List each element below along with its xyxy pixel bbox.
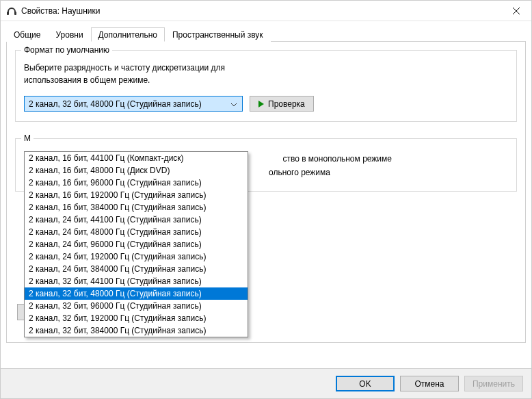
chevron-down-icon xyxy=(228,99,239,109)
format-option[interactable]: 2 канал, 16 бит, 48000 Гц (Диск DVD) xyxy=(25,164,248,177)
format-option[interactable]: 2 канал, 32 бит, 48000 Гц (Студийная зап… xyxy=(25,287,248,300)
format-option[interactable]: 2 канал, 24 бит, 384000 Гц (Студийная за… xyxy=(25,263,248,275)
format-option[interactable]: 2 канал, 32 бит, 384000 Гц (Студийная за… xyxy=(25,324,248,337)
properties-window: Свойства: Наушники Общие Уровни Дополнит… xyxy=(0,0,532,399)
close-button[interactable] xyxy=(501,1,531,21)
format-combobox[interactable]: 2 канал, 32 бит, 48000 Гц (Студийная зап… xyxy=(24,96,243,112)
tab-general[interactable]: Общие xyxy=(6,28,48,42)
titlebar: Свойства: Наушники xyxy=(1,1,531,21)
headphones-icon xyxy=(6,5,17,16)
format-option[interactable]: 2 канал, 16 бит, 96000 Гц (Студийная зап… xyxy=(25,177,248,189)
format-option[interactable]: 2 канал, 24 бит, 48000 Гц (Студийная зап… xyxy=(25,226,248,238)
test-button[interactable]: Проверка xyxy=(250,96,314,112)
close-icon xyxy=(513,8,520,14)
combo-value: 2 канал, 32 бит, 48000 Гц (Студийная зап… xyxy=(29,99,228,109)
format-option[interactable]: 2 канал, 32 бит, 192000 Гц (Студийная за… xyxy=(25,312,248,324)
window-title: Свойства: Наушники xyxy=(21,6,501,16)
tab-levels[interactable]: Уровни xyxy=(48,28,90,42)
svg-rect-0 xyxy=(7,12,9,15)
dialog-footer: OK Отмена Применить xyxy=(1,368,531,398)
group-title: Формат по умолчанию xyxy=(21,45,112,55)
format-option[interactable]: 2 канал, 32 бит, 44100 Гц (Студийная зап… xyxy=(25,275,248,287)
tab-strip: Общие Уровни Дополнительно Пространствен… xyxy=(6,27,526,42)
format-option[interactable]: 2 канал, 16 бит, 192000 Гц (Студийная за… xyxy=(25,189,248,201)
format-option[interactable]: 2 канал, 32 бит, 96000 Гц (Студийная зап… xyxy=(25,300,248,312)
content-area: Общие Уровни Дополнительно Пространствен… xyxy=(1,21,531,368)
format-dropdown-list[interactable]: 2 канал, 16 бит, 44100 Гц (Компакт-диск)… xyxy=(24,151,248,337)
apply-button[interactable]: Применить xyxy=(464,376,523,391)
format-option[interactable]: 2 канал, 24 бит, 44100 Гц (Студийная зап… xyxy=(25,214,248,226)
tab-advanced[interactable]: Дополнительно xyxy=(91,27,165,42)
format-option[interactable]: 2 канал, 16 бит, 384000 Гц (Студийная за… xyxy=(25,201,248,214)
ok-button[interactable]: OK xyxy=(336,376,395,391)
cancel-button[interactable]: Отмена xyxy=(400,376,459,391)
format-option[interactable]: 2 канал, 24 бит, 192000 Гц (Студийная за… xyxy=(25,250,248,263)
default-format-group: Формат по умолчанию Выберите разрядность… xyxy=(15,50,517,122)
tab-spatial[interactable]: Пространственный звук xyxy=(165,28,271,42)
format-description: Выберите разрядность и частоту дискретиз… xyxy=(24,62,508,86)
exclusive-group-title-fragment: М xyxy=(21,133,34,143)
play-icon xyxy=(258,101,264,107)
format-option[interactable]: 2 канал, 24 бит, 96000 Гц (Студийная зап… xyxy=(25,238,248,250)
svg-rect-1 xyxy=(14,12,16,15)
format-option[interactable]: 2 канал, 16 бит, 44100 Гц (Компакт-диск) xyxy=(25,152,248,164)
